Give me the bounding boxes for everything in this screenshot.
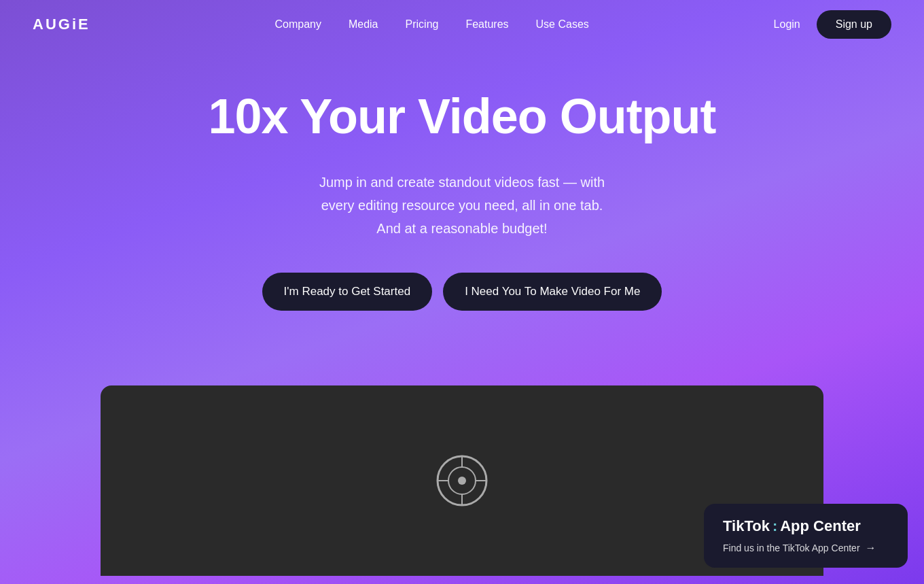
nav-actions: Login Sign up (774, 10, 891, 39)
hero-section: 10x Your Video Output Jump in and create… (0, 49, 924, 385)
svg-point-2 (458, 477, 466, 485)
nav-link-use-cases[interactable]: Use Cases (536, 18, 589, 31)
get-started-button[interactable]: I'm Ready to Get Started (262, 273, 433, 311)
hero-subtitle: Jump in and create standout videos fast … (14, 171, 910, 240)
nav-links: Company Media Pricing Features Use Cases (274, 18, 588, 31)
navbar: AUGiE Company Media Pricing Features Use… (0, 0, 924, 49)
arrow-right-icon: → (866, 542, 876, 554)
tiktok-app-center-label: App Center (780, 517, 861, 535)
nav-link-company[interactable]: Company (274, 18, 321, 31)
nav-link-media[interactable]: Media (349, 18, 378, 31)
tiktok-badge[interactable]: TikTok: App Center Find us in the TikTok… (704, 504, 908, 568)
login-button[interactable]: Login (774, 18, 800, 31)
tiktok-find-us-link[interactable]: Find us in the TikTok App Center → (723, 542, 889, 554)
nav-link-pricing[interactable]: Pricing (406, 18, 439, 31)
nav-link-features[interactable]: Features (465, 18, 508, 31)
make-video-button[interactable]: I Need You To Make Video For Me (443, 273, 662, 311)
logo[interactable]: AUGiE (33, 16, 90, 33)
tiktok-brand: TikTok (723, 517, 770, 535)
hero-buttons: I'm Ready to Get Started I Need You To M… (14, 273, 910, 311)
tiktok-find-us-text: Find us in the TikTok App Center (723, 543, 860, 553)
tiktok-colon: : (772, 517, 777, 535)
hero-title: 10x Your Video Output (14, 90, 910, 143)
tiktok-header: TikTok: App Center (723, 517, 889, 535)
signup-button[interactable]: Sign up (817, 10, 891, 39)
video-play-icon (435, 453, 489, 508)
